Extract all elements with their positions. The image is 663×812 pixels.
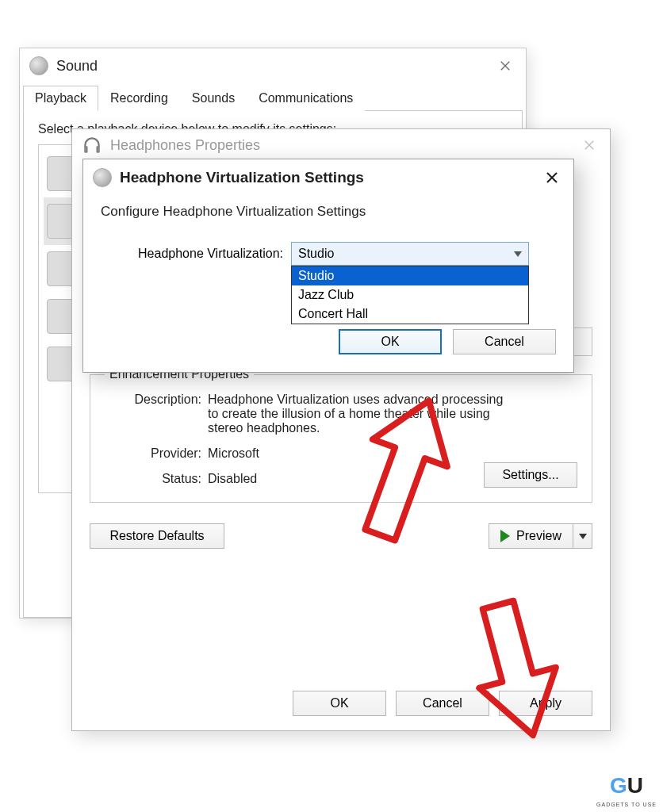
virt-title: Headphone Virtualization Settings [120,169,364,186]
virt-close-button[interactable] [540,166,564,190]
tab-communications[interactable]: Communications [247,86,365,111]
virt-body: Configure Headphone Virtualization Setti… [83,196,573,372]
status-value: Disabled [208,472,509,486]
preview-button[interactable]: Preview [489,524,573,548]
virt-combo-list: Studio Jazz Club Concert Hall [291,266,529,324]
description-value: Headphone Virtualization uses advanced p… [208,393,509,435]
sound-tabs: Playback Recording Sounds Communications [20,85,526,110]
watermark-u: U [627,773,643,799]
tab-recording[interactable]: Recording [98,86,180,111]
preview-dropdown-button[interactable] [573,524,592,548]
sound-title: Sound [56,58,98,75]
virt-combo[interactable]: Studio [291,242,529,266]
sound-icon [29,56,48,75]
status-label: Status: [105,472,208,486]
hp-props-title: Headphones Properties [110,137,260,154]
provider-label: Provider: [105,446,208,461]
virt-combo-label: Headphone Virtualization: [101,247,283,261]
sound-close-button[interactable] [494,55,516,77]
virt-combo-value: Studio [298,247,334,261]
virt-combo-option-studio[interactable]: Studio [292,266,528,285]
hp-props-close-button[interactable] [578,134,600,156]
virt-cancel-button[interactable]: Cancel [453,329,556,354]
sound-icon [93,168,112,187]
svg-rect-0 [84,146,87,153]
hp-cancel-button[interactable]: Cancel [396,691,489,716]
hp-ok-button[interactable]: OK [293,691,386,716]
play-icon [500,530,510,542]
sound-titlebar: Sound [20,48,526,80]
enhancement-settings-button[interactable]: Settings... [484,462,577,488]
hp-apply-button[interactable]: Apply [499,691,592,716]
chevron-down-icon [514,251,522,257]
tab-sounds[interactable]: Sounds [180,86,247,111]
virt-combo-option-jazz-club[interactable]: Jazz Club [292,285,528,304]
virt-subheading: Configure Headphone Virtualization Setti… [101,204,556,220]
hp-props-titlebar: Headphones Properties [72,129,610,161]
watermark-g: G [610,773,627,799]
preview-label: Preview [516,529,561,543]
svg-rect-1 [96,146,99,153]
description-label: Description: [105,393,208,407]
enhancement-properties-group: Enhancement Properties Description: Head… [90,367,592,503]
caret-down-icon [579,534,587,539]
tab-playback[interactable]: Playback [23,86,98,111]
virtualization-settings-dialog: Headphone Virtualization Settings Config… [82,159,574,373]
virt-ok-button[interactable]: OK [339,329,442,354]
provider-value: Microsoft [208,446,509,461]
close-icon [546,171,558,184]
watermark-text: GADGETS TO USE [596,802,657,807]
close-icon [500,60,511,71]
virt-titlebar: Headphone Virtualization Settings [83,159,573,196]
watermark-logo: G U GADGETS TO USE [596,773,657,807]
restore-defaults-button[interactable]: Restore Defaults [90,523,224,549]
headphones-icon [82,135,102,155]
virt-combo-option-concert-hall[interactable]: Concert Hall [292,304,528,324]
preview-split-button: Preview [489,523,592,549]
close-icon [584,140,595,151]
